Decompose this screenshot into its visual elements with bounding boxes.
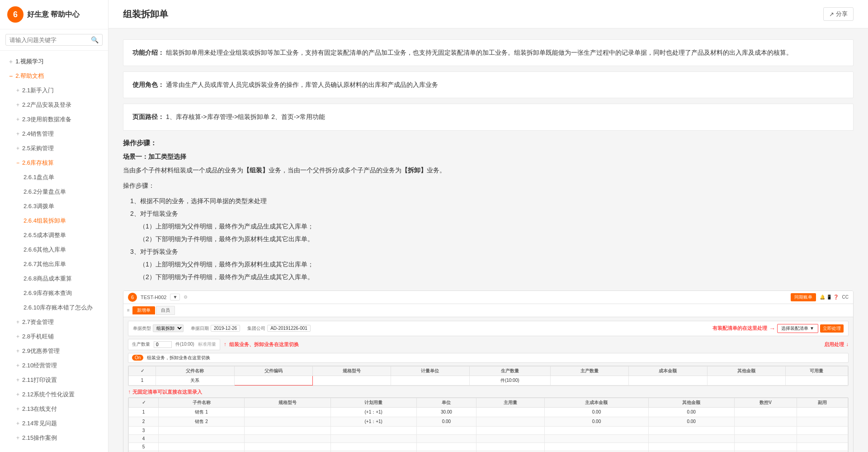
arrow-down-icon2: ↓	[846, 341, 849, 347]
sidebar-item-assembly[interactable]: 2.6.4组装拆卸单	[0, 214, 108, 228]
logo-area: 6 好生意 帮助中心	[0, 0, 108, 29]
ss-col-check1: ✓	[129, 366, 156, 376]
sidebar-item-coupon[interactable]: + 2.9优惠券管理	[0, 344, 108, 358]
plus-icon-custom: +	[16, 391, 19, 398]
ss-cell-cv1	[797, 407, 848, 417]
ss-cell-co2: 0.00	[648, 417, 734, 426]
sidebar-item-video[interactable]: + 1.视频学习	[0, 54, 108, 69]
arrow-up-icon: ↑	[224, 341, 226, 347]
sidebar-item-stockerr[interactable]: 2.6.10库存账本错了怎么办	[0, 300, 108, 315]
share-icon: ↗	[829, 11, 834, 18]
ss-dropdown[interactable]: ▼	[170, 294, 180, 300]
sidebar-label-purchase: 2.5采购管理	[22, 144, 54, 152]
nav-tree: + 1.视频学习 − 2.帮助文档 + 2.1新手入门 + 2.2产品安装及登录…	[0, 51, 108, 449]
sidebar-item-video-label: 1.视频学习	[15, 57, 44, 66]
sidebar-item-newbie[interactable]: + 2.1新手入门	[0, 83, 108, 98]
sidebar-label-payment: 2.13在线支付	[22, 405, 57, 413]
sidebar-item-stockquery[interactable]: 2.6.9库存账本查询	[0, 286, 108, 300]
ss-form-code: 集团公司 AD-20191226-001	[247, 325, 311, 332]
step-1: 1、根据不同的业务，选择不同单据的类型来处理	[130, 195, 854, 207]
sidebar-item-faq[interactable]: + 2.14常见问题	[0, 416, 108, 431]
ss-tab-2[interactable]: 自员	[156, 306, 175, 315]
sidebar-item-custom[interactable]: + 2.12系统个性化设置	[0, 387, 108, 402]
ss-code-value: AD-20191226-001	[267, 325, 311, 332]
page-path-text: 1、库存核算->库存管理->组装拆卸单 2、首页->常用功能	[166, 113, 325, 120]
sidebar-item-adjust[interactable]: 2.6.3调拨单	[0, 199, 108, 214]
step-3-2: （2）下部明细为子件明细，最终作为产成品生成其它入库单。	[139, 271, 854, 283]
sidebar-item-print[interactable]: + 2.11打印设置	[0, 373, 108, 387]
sidebar-label-print: 2.11打印设置	[22, 376, 57, 384]
user-role-label: 使用角色：	[132, 81, 164, 88]
sidebar-item-capital[interactable]: + 2.7资金管理	[0, 315, 108, 329]
minus-icon: −	[9, 72, 13, 80]
step-2-2: （2）下部明细为子件明细，最终作为原材料生成其它出库单。	[139, 233, 854, 245]
function-intro-label: 功能介绍：	[132, 49, 164, 56]
search-input[interactable]	[9, 37, 91, 43]
search-box: 🔍	[5, 34, 103, 46]
sidebar-item-costadjust[interactable]: 2.6.5成本调整单	[0, 228, 108, 243]
ss-cell-n2: 2	[129, 417, 159, 426]
sidebar-item-sales[interactable]: + 2.4销售管理	[0, 127, 108, 141]
ss-type-label: 单据类型	[133, 325, 151, 332]
ss-cell-cu2: 0.00	[416, 417, 476, 426]
table-row: 1 关系 件(10:00)	[129, 376, 848, 385]
plus-icon-data: +	[16, 116, 19, 123]
step-2: 2、对于组装业务	[130, 207, 854, 220]
ss-cell-n1: 1	[129, 407, 159, 417]
ss-col-produce-qty: 生产数量	[469, 366, 550, 376]
ss-qty-note: 标准用量	[198, 341, 216, 347]
share-button[interactable]: ↗ 分享	[823, 7, 854, 21]
step-3: 3、对于拆装业务	[130, 245, 854, 258]
ss-cell-cp2: (+1：+1)	[330, 417, 416, 426]
sidebar-label-partscheck: 2.6.2分量盘点单	[24, 188, 66, 196]
annotation4: 无固定清单可以直接在这里录入	[132, 389, 202, 395]
sidebar-item-data[interactable]: + 2.3使用前数据准备	[0, 112, 108, 127]
ss-code-label: 集团公司	[247, 325, 265, 332]
ss-cell-cv2	[797, 417, 848, 426]
ss-new-order-btn[interactable]: 同期账单	[791, 293, 816, 301]
sidebar-item-docs[interactable]: − 2.帮助文档	[0, 69, 108, 83]
table-row: 3	[129, 426, 848, 434]
search-icon[interactable]: 🔍	[91, 36, 99, 43]
ss-nav-icon: ≡	[127, 308, 130, 313]
plus-icon-cases: +	[16, 435, 19, 441]
page-title: 组装拆卸单	[123, 8, 168, 20]
ss-tab-active[interactable]: 新增单	[132, 306, 155, 314]
sidebar-item-inventory[interactable]: − 2.6库存核算	[0, 156, 108, 170]
ss-type-select[interactable]: 组装拆卸	[153, 324, 184, 332]
ss-col-check2: ✓	[129, 398, 159, 407]
sidebar-item-ops[interactable]: + 2.10经营管理	[0, 358, 108, 373]
ss-col-child-unit: 单位	[416, 398, 476, 407]
sidebar-item-purchase[interactable]: + 2.5采购管理	[0, 141, 108, 156]
plus-icon-faq: +	[16, 420, 19, 427]
sidebar-item-cases[interactable]: + 2.15操作案例	[0, 431, 108, 445]
step-3-1: （1）上部明细为父件明细，最终作为原材料生成其它出库单；	[139, 258, 854, 271]
ss-toggle-on[interactable]: On	[132, 355, 143, 361]
ss-cell-avail	[785, 376, 848, 385]
sidebar-item-stockcheck[interactable]: 2.6.1盘点单	[0, 170, 108, 185]
sidebar-item-partscheck[interactable]: 2.6.2分量盘点单	[0, 185, 108, 199]
sidebar-label-data: 2.3使用前数据准备	[22, 115, 71, 124]
sidebar-item-costrecalc[interactable]: 2.6.8商品成本重算	[0, 271, 108, 286]
main-header: 组装拆卸单 ↗ 分享	[108, 0, 868, 29]
ss-date-value: 2019-12-26	[211, 325, 240, 332]
sidebar-item-payment[interactable]: + 2.13在线支付	[0, 402, 108, 416]
ss-assembly-select[interactable]: 选择装配清单 ▼	[777, 324, 818, 333]
ss-cell-pcode	[234, 376, 312, 385]
sidebar-label-stockerr: 2.6.10库存账本错了怎么办	[24, 304, 93, 312]
ss-cell-cm1	[476, 407, 545, 417]
user-role-text: 通常由生产人员或库管人员完成拆装业务的操作，库管人员确认原材料的出库和产成品的入…	[166, 81, 438, 88]
ss-qty-input[interactable]	[154, 341, 172, 348]
sidebar-item-install[interactable]: + 2.2产品安装及登录	[0, 98, 108, 112]
ss-date-label: 单据日期	[191, 325, 209, 332]
function-intro-text: 组装拆卸单用来处理企业组装或拆卸等加工业务，支持有固定装配清单的产品加工业务，也…	[166, 49, 793, 56]
plus-icon-print: +	[16, 377, 19, 383]
annotation2: 组装业务、拆卸业务在这里切换	[229, 341, 299, 348]
sidebar-item-otherout[interactable]: 2.6.7其他出库单	[0, 257, 108, 271]
sidebar-item-mobile[interactable]: + 2.8手机旺铺	[0, 329, 108, 344]
scene1-steps-title: 操作步骤：	[123, 179, 854, 192]
ss-confirm-btn[interactable]: 立即处理	[820, 324, 844, 333]
sidebar-label-adjust: 2.6.3调拨单	[24, 202, 54, 210]
ss-col-sub-use: 副用	[797, 398, 848, 407]
sidebar-item-otherin[interactable]: 2.6.6其他入库单	[0, 243, 108, 257]
